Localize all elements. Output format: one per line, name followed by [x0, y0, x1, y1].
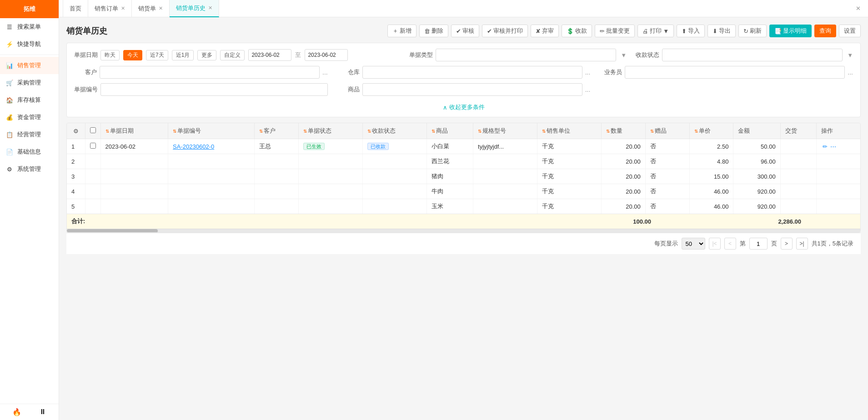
- tab-sales-order[interactable]: 销售订单 ✕: [88, 0, 132, 17]
- col-gear[interactable]: ⚙: [67, 123, 85, 139]
- sidebar-item-quick-nav[interactable]: ⚡ 快捷导航: [0, 35, 59, 53]
- col-gift[interactable]: ⇅赠品: [645, 123, 689, 139]
- filter-customer-input[interactable]: [100, 66, 320, 79]
- horizontal-scrollbar[interactable]: [67, 229, 860, 232]
- settings-button[interactable]: 设置: [839, 25, 861, 37]
- delete-button[interactable]: 🗑 删除: [419, 25, 448, 37]
- sidebar-item-sales[interactable]: 📊 销售管理: [0, 57, 59, 74]
- select-all-checkbox[interactable]: [90, 127, 96, 133]
- col-price[interactable]: ⇅单价: [689, 123, 733, 139]
- col-doc-date[interactable]: ⇅单据日期: [100, 123, 168, 139]
- filter-product-input[interactable]: [362, 83, 582, 96]
- cell-gift: 否: [645, 199, 689, 214]
- tab-sales-goods[interactable]: 销货单 ✕: [132, 0, 170, 17]
- cell-doc-date: [100, 154, 168, 169]
- date-quick-7days[interactable]: 近7天: [146, 50, 168, 60]
- date-quick-today[interactable]: 今天: [123, 50, 142, 60]
- date-quick-1month[interactable]: 近1月: [172, 50, 194, 60]
- filter-docno-input[interactable]: [100, 83, 328, 96]
- next-page-button[interactable]: >: [781, 238, 793, 250]
- tab-bar-close-all[interactable]: ✕: [852, 5, 864, 12]
- col-payment-status[interactable]: ⇅收款状态: [363, 123, 427, 139]
- col-customer[interactable]: ⇅客户: [255, 123, 299, 139]
- collect-button[interactable]: 💲 收款: [562, 25, 592, 37]
- tab-sales-history[interactable]: 销货单历史 ✕: [170, 0, 219, 17]
- per-page-select[interactable]: 20 50 100 200: [682, 238, 705, 250]
- cell-checkbox: [85, 154, 100, 169]
- cell-customer: [255, 199, 299, 214]
- filter-doc-type-input[interactable]: [436, 49, 616, 61]
- last-page-button[interactable]: >|: [796, 238, 808, 250]
- add-button[interactable]: ＋ 新增: [387, 25, 416, 37]
- tab-sales-history-label: 销货单历史: [176, 4, 206, 12]
- print-button[interactable]: 🖨 打印 ▼: [637, 25, 674, 37]
- tab-sales-order-close[interactable]: ✕: [121, 5, 125, 11]
- date-quick-more[interactable]: 更多: [197, 50, 216, 60]
- col-doc-no[interactable]: ⇅单据编号: [168, 123, 255, 139]
- date-quick-custom[interactable]: 自定义: [220, 50, 245, 60]
- cell-customer: [255, 154, 299, 169]
- col-amount: 金额: [733, 123, 780, 139]
- sidebar-item-finance[interactable]: 💰 资金管理: [0, 109, 59, 126]
- filter-payment-status-input[interactable]: [662, 49, 843, 61]
- sidebar-item-ops[interactable]: 📋 经营管理: [0, 126, 59, 143]
- doc-status-badge: 已生效: [303, 143, 325, 150]
- col-qty[interactable]: ⇅数量: [602, 123, 646, 139]
- cell-unit: 千克: [537, 184, 602, 199]
- cell-product: 小白菜: [427, 139, 473, 154]
- import-button[interactable]: ⬆ 导入: [677, 25, 705, 37]
- date-quick-yesterday[interactable]: 昨天: [100, 50, 120, 60]
- col-unit[interactable]: ⇅销售单位: [537, 123, 602, 139]
- export-button[interactable]: ⬇ 导出: [707, 25, 736, 37]
- show-detail-button[interactable]: 📑 显示明细: [769, 25, 812, 37]
- edit-action-btn[interactable]: ✏: [821, 143, 829, 150]
- first-page-button[interactable]: |<: [709, 238, 721, 250]
- audit-button[interactable]: ✔ 审核: [451, 25, 479, 37]
- tab-sales-history-close[interactable]: ✕: [208, 5, 212, 11]
- col-product[interactable]: ⇅商品: [427, 123, 473, 139]
- col-doc-status[interactable]: ⇅单据状态: [299, 123, 363, 139]
- date-from-input[interactable]: [248, 49, 291, 61]
- doc-no-link[interactable]: SA-20230602-0: [173, 143, 214, 150]
- refresh-icon: ↻: [743, 28, 748, 35]
- more-action-btn[interactable]: ⋯: [829, 143, 838, 150]
- tab-sales-goods-close[interactable]: ✕: [159, 5, 163, 11]
- tab-home[interactable]: 首页: [63, 0, 88, 17]
- page-number-input[interactable]: [749, 238, 768, 250]
- refresh-button[interactable]: ↻ 刷新: [738, 25, 767, 37]
- filter-customer-dots[interactable]: ...: [322, 69, 328, 76]
- collect-icon: 💲: [567, 28, 574, 35]
- cell-doc-no: [168, 154, 255, 169]
- bottom-icon-pause[interactable]: ⏸: [39, 408, 46, 416]
- batch-change-button[interactable]: ✏ 批量变更: [595, 25, 635, 37]
- filter-agent-item: 业务员 ...: [599, 66, 853, 79]
- col-spec[interactable]: ⇅规格型号: [473, 123, 537, 139]
- filter-more-toggle[interactable]: ∧ 收起更多条件: [74, 100, 853, 111]
- filter-product-dots[interactable]: ...: [585, 86, 591, 93]
- query-button[interactable]: 查询: [814, 25, 836, 37]
- sidebar-item-purchase[interactable]: 🛒 采购管理: [0, 74, 59, 91]
- cell-rowno: 4: [67, 184, 85, 199]
- import-icon: ⬆: [682, 28, 687, 35]
- show-detail-icon: 📑: [774, 28, 782, 35]
- cell-trade: [780, 154, 817, 169]
- abandon-button[interactable]: ✘ 弃审: [531, 25, 559, 37]
- date-to-input[interactable]: [305, 49, 348, 61]
- row-checkbox[interactable]: [90, 143, 96, 149]
- sidebar-item-basic[interactable]: 📄 基础信息: [0, 143, 59, 160]
- filter-warehouse-dots[interactable]: ...: [585, 69, 591, 76]
- prev-page-button[interactable]: <: [724, 238, 736, 250]
- bottom-icon-fire[interactable]: 🔥: [12, 408, 21, 416]
- cell-trade: [780, 139, 817, 154]
- filter-agent-dots[interactable]: ...: [848, 69, 853, 76]
- audit-print-button[interactable]: ✔ 审核并打印: [482, 25, 528, 37]
- filter-warehouse-input[interactable]: [362, 66, 582, 79]
- cell-payment-status: [363, 199, 427, 214]
- cell-gift: 否: [645, 139, 689, 154]
- table-row: 4牛肉千克20.00否46.00920.00: [67, 184, 860, 199]
- sidebar-item-search-menu[interactable]: ☰ 搜索菜单: [0, 18, 59, 35]
- sidebar-item-system[interactable]: ⚙ 系统管理: [0, 160, 59, 178]
- cell-rowno: 2: [67, 154, 85, 169]
- filter-agent-input[interactable]: [625, 66, 845, 79]
- sidebar-item-inventory[interactable]: 🏠 库存核算: [0, 91, 59, 109]
